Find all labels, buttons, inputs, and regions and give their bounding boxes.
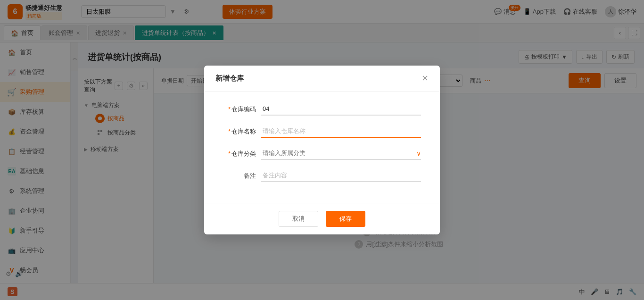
code-input[interactable]: [261, 103, 421, 116]
form-row-category: 仓库分类 ∨: [223, 147, 421, 160]
new-warehouse-modal: 新增仓库 ✕ 仓库编码 仓库名称 仓库分类 ∨: [204, 66, 440, 234]
modal-footer: 取消 保存: [204, 203, 440, 234]
category-dropdown-icon[interactable]: ∨: [416, 150, 421, 157]
modal-body: 仓库编码 仓库名称 仓库分类 ∨ 备注: [204, 92, 440, 203]
form-row-name: 仓库名称: [223, 125, 421, 138]
modal-header: 新增仓库 ✕: [204, 66, 440, 92]
note-label: 备注: [223, 172, 261, 180]
save-button[interactable]: 保存: [326, 211, 365, 227]
category-input[interactable]: [261, 147, 416, 159]
modal-close-icon[interactable]: ✕: [421, 73, 429, 83]
category-label: 仓库分类: [223, 150, 261, 158]
note-input[interactable]: [261, 169, 421, 182]
modal-overlay: 新增仓库 ✕ 仓库编码 仓库名称 仓库分类 ∨: [0, 0, 644, 300]
form-row-code: 仓库编码: [223, 103, 421, 116]
name-label: 仓库名称: [223, 127, 261, 136]
cancel-button[interactable]: 取消: [279, 211, 318, 227]
category-select-row: ∨: [261, 147, 421, 160]
code-label: 仓库编码: [223, 105, 261, 114]
form-row-note: 备注: [223, 169, 421, 182]
name-input[interactable]: [261, 125, 421, 138]
modal-title: 新增仓库: [215, 74, 244, 83]
